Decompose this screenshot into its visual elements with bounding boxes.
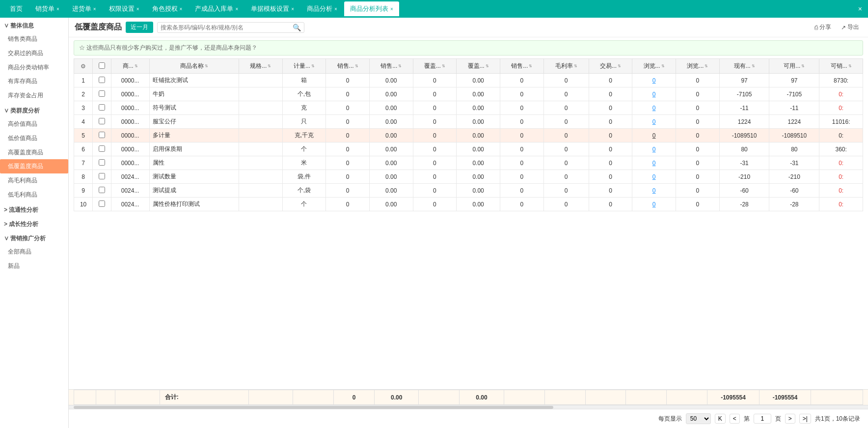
next-page-button[interactable]: > xyxy=(785,414,795,424)
nav-sales-close[interactable]: × xyxy=(56,6,59,12)
sidebar-item-low-value[interactable]: 低价值商品 xyxy=(0,131,68,145)
row-browse1[interactable]: 0 xyxy=(632,101,676,115)
row-checkbox[interactable] xyxy=(99,118,105,124)
th-spec[interactable]: 规格...⇅ xyxy=(239,59,282,74)
sidebar-item-category-rate[interactable]: 商品分类动销率 xyxy=(0,60,68,75)
row-browse1[interactable]: 0 xyxy=(632,74,676,87)
search-icon[interactable]: 🔍 xyxy=(293,24,301,31)
sidebar-growth-header[interactable]: > 成长性分析 xyxy=(4,220,38,228)
per-page-select[interactable]: 50 100 200 xyxy=(686,413,711,424)
th-unit[interactable]: 计量...⇅ xyxy=(282,59,326,74)
th-code[interactable]: 商...⇅ xyxy=(111,59,149,74)
row-checkbox-cell[interactable] xyxy=(93,143,111,156)
totals-margin-cell xyxy=(544,390,585,405)
sidebar-item-all-goods[interactable]: 全部商品 xyxy=(0,245,68,259)
th-stock1[interactable]: 现有...⇅ xyxy=(719,59,769,74)
row-sale2: 0.00 xyxy=(369,74,413,87)
sidebar-item-high-margin[interactable]: 高毛利商品 xyxy=(0,173,68,188)
row-browse1[interactable]: 0 xyxy=(632,129,676,143)
nav-home[interactable]: 首页 xyxy=(4,1,28,16)
time-filter-button[interactable]: 近一月 xyxy=(126,22,153,33)
page-number-input[interactable] xyxy=(754,414,771,424)
row-browse1[interactable]: 0 xyxy=(632,115,676,129)
last-page-button[interactable]: >| xyxy=(799,414,811,424)
nav-purchase[interactable]: 进货单 × xyxy=(66,1,102,16)
row-checkbox[interactable] xyxy=(99,104,105,111)
sidebar-item-low-margin[interactable]: 低毛利商品 xyxy=(0,188,68,202)
sidebar-item-sales-goods[interactable]: 销售类商品 xyxy=(0,32,68,46)
th-sale1[interactable]: 销售...⇅ xyxy=(326,59,370,74)
row-browse1[interactable]: 0 xyxy=(632,198,676,211)
sidebar-item-stock-goods[interactable]: 有库存商品 xyxy=(0,74,68,88)
nav-product-analysis[interactable]: 商品分析 × xyxy=(301,1,343,16)
row-checkbox-cell[interactable] xyxy=(93,74,111,87)
th-browse1[interactable]: 浏览...⇅ xyxy=(632,59,676,74)
nav-product-analysis-close[interactable]: × xyxy=(334,6,337,12)
row-browse1[interactable]: 0 xyxy=(632,156,676,170)
row-checkbox[interactable] xyxy=(99,132,105,138)
row-checkbox-cell[interactable] xyxy=(93,198,111,211)
select-all-checkbox[interactable] xyxy=(99,62,105,69)
th-stock2[interactable]: 可用...⇅ xyxy=(769,59,819,74)
row-browse1[interactable]: 0 xyxy=(632,170,676,184)
th-cover1[interactable]: 覆盖...⇅ xyxy=(413,59,457,74)
row-checkbox[interactable] xyxy=(99,187,105,193)
nav-product-analysis-list-close[interactable]: × xyxy=(390,6,393,12)
row-no: 8 xyxy=(74,170,93,184)
row-browse1[interactable]: 0 xyxy=(632,143,676,156)
row-stock1: -31 xyxy=(719,156,769,170)
sidebar-item-new-goods[interactable]: 新品 xyxy=(0,259,68,273)
nav-permissions-close[interactable]: × xyxy=(136,6,139,12)
th-trade[interactable]: 交易...⇅ xyxy=(589,59,632,74)
nav-sales[interactable]: 销货单 × xyxy=(29,1,65,16)
nav-production-close[interactable]: × xyxy=(235,6,238,12)
nav-roles-close[interactable]: × xyxy=(180,6,183,12)
row-checkbox-cell[interactable] xyxy=(93,129,111,143)
sidebar-item-high-value[interactable]: 高价值商品 xyxy=(0,117,68,131)
row-checkbox-cell[interactable] xyxy=(93,101,111,115)
th-cover2[interactable]: 覆盖...⇅ xyxy=(457,59,500,74)
row-browse1[interactable]: 0 xyxy=(632,184,676,198)
th-sale-stock[interactable]: 可销...⇅ xyxy=(819,59,863,74)
row-stock1: -7105 xyxy=(719,87,769,101)
th-name[interactable]: 商品名称⇅ xyxy=(149,59,239,74)
search-input[interactable] xyxy=(161,24,291,31)
sidebar-item-traded-goods[interactable]: 交易过的商品 xyxy=(0,46,68,60)
sidebar-collapse-button[interactable]: « xyxy=(68,47,69,67)
row-checkbox[interactable] xyxy=(99,200,105,207)
row-checkbox[interactable] xyxy=(99,90,105,97)
th-browse2[interactable]: 浏览...⇅ xyxy=(676,59,720,74)
sidebar-item-low-coverage[interactable]: 低覆盖度商品 xyxy=(0,159,68,173)
share-button[interactable]: ⎙ 分享 xyxy=(812,22,834,33)
sidebar-flow-header[interactable]: > 流通性分析 xyxy=(4,206,38,214)
horizontal-scrollbar[interactable] xyxy=(69,405,868,409)
row-browse1[interactable]: 0 xyxy=(632,87,676,101)
row-checkbox[interactable] xyxy=(99,77,105,83)
nav-roles[interactable]: 角色授权 × xyxy=(146,1,189,16)
nav-permissions[interactable]: 权限设置 × xyxy=(103,1,145,16)
nav-template-close[interactable]: × xyxy=(291,6,294,12)
close-all-button[interactable]: × xyxy=(858,5,862,13)
prev-page-button[interactable]: < xyxy=(730,414,740,424)
first-page-button[interactable]: K xyxy=(715,414,726,424)
nav-template[interactable]: 单据模板设置 × xyxy=(245,1,300,16)
nav-purchase-close[interactable]: × xyxy=(93,6,96,12)
sidebar-item-high-coverage[interactable]: 高覆盖度商品 xyxy=(0,145,68,160)
row-checkbox[interactable] xyxy=(99,173,105,179)
row-checkbox-cell[interactable] xyxy=(93,87,111,101)
th-checkbox[interactable] xyxy=(93,59,111,74)
row-checkbox-cell[interactable] xyxy=(93,170,111,184)
export-button[interactable]: ↗ 导出 xyxy=(838,22,862,33)
nav-product-analysis-list[interactable]: 商品分析列表 × xyxy=(344,1,399,16)
th-sale2[interactable]: 销售...⇅ xyxy=(369,59,413,74)
row-checkbox-cell[interactable] xyxy=(93,184,111,198)
row-checkbox-cell[interactable] xyxy=(93,115,111,129)
sidebar-item-capital[interactable]: 库存资金占用 xyxy=(0,88,68,103)
th-margin[interactable]: 毛利率⇅ xyxy=(543,59,589,74)
nav-production[interactable]: 产成品入库单 × xyxy=(189,1,244,16)
th-settings[interactable]: ⚙ xyxy=(74,59,93,74)
row-checkbox[interactable] xyxy=(99,159,105,166)
th-sale3[interactable]: 销售...⇅ xyxy=(500,59,543,74)
row-checkbox[interactable] xyxy=(99,145,105,152)
row-checkbox-cell[interactable] xyxy=(93,156,111,170)
